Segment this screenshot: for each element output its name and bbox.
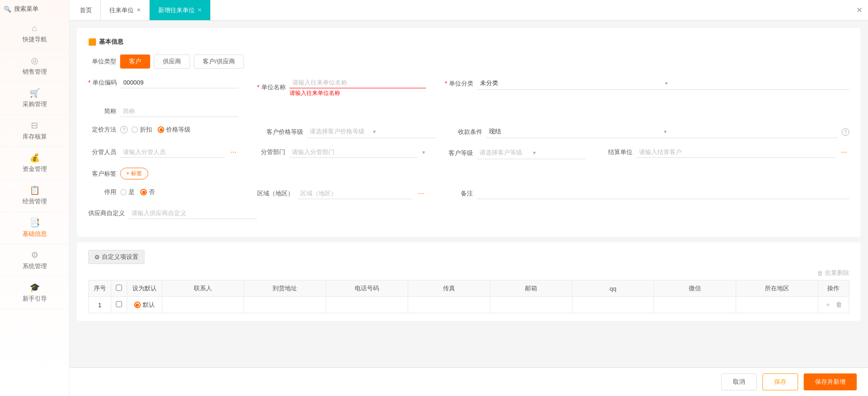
remark-group: 备注 [445, 188, 849, 199]
cell-fax[interactable] [408, 297, 490, 313]
unit-type-both-btn[interactable]: 客户/供应商 [194, 54, 244, 69]
sidebar-item-quick-nav[interactable]: ⌂ 快捷导航 [0, 18, 69, 50]
department-group: 分管部门 ▼ [257, 147, 426, 158]
custom-settings-button[interactable]: ⚙ 自定义项设置 [88, 250, 145, 264]
row-region-input[interactable] [741, 302, 813, 309]
qq-input[interactable] [577, 302, 649, 309]
disable-yes-radio[interactable] [120, 189, 127, 195]
section-icon: 🟧 [88, 38, 96, 46]
settlement-group: 结算单位 ··· [604, 147, 849, 158]
row-checkbox[interactable] [116, 301, 122, 307]
customer-price-level-select[interactable]: 请选择客户价格等级 ▼ [307, 125, 435, 138]
tab-bar-close-icon[interactable]: ✕ [856, 6, 862, 15]
sidebar-search-item[interactable]: 🔍 搜索菜单 [0, 0, 69, 18]
disable-no-radio[interactable] [140, 189, 147, 195]
cell-email[interactable] [490, 297, 572, 313]
pricing-help-icon[interactable]: ? [120, 126, 128, 133]
customer-price-level-group: 客户价格等级 请选择客户价格等级 ▼ [266, 125, 435, 138]
manager-label: 分管人员 [88, 148, 116, 156]
guide-icon: 🎓 [30, 282, 40, 293]
sidebar-item-purchase[interactable]: 🛒 采购管理 [0, 82, 69, 115]
cell-default[interactable]: 默认 [127, 297, 162, 313]
tab-partners[interactable]: 往来单位 ✕ [101, 0, 150, 20]
unit-category-select[interactable]: 未分类 ▼ [477, 77, 849, 90]
short-name-input[interactable] [120, 106, 238, 117]
default-radio[interactable] [134, 302, 141, 308]
col-select-all[interactable] [111, 280, 127, 297]
disable-no-option[interactable]: 否 [140, 188, 155, 196]
settlement-input[interactable] [636, 147, 836, 158]
department-input[interactable] [289, 147, 418, 158]
email-input[interactable] [495, 302, 567, 309]
remark-label: 备注 [445, 189, 473, 198]
address-input[interactable] [249, 302, 321, 309]
disable-row: 停用 是 否 区域（地区） [88, 188, 849, 199]
pricing-discount-radio[interactable] [131, 126, 138, 133]
customer-level-select[interactable]: 请选择客户等级 ▼ [477, 147, 586, 159]
save-button[interactable]: 保存 [762, 373, 798, 390]
cell-address[interactable] [244, 297, 326, 313]
save-new-button[interactable]: 保存并新增 [804, 373, 857, 390]
sidebar: 🔍 搜索菜单 ⌂ 快捷导航 ◎ 销售管理 🛒 采购管理 ⊟ 库存核算 💰 资金管… [0, 0, 69, 396]
add-tag-button[interactable]: + 标签 [120, 168, 148, 179]
unit-category-value: 未分类 [480, 79, 662, 87]
customer-level-label: 客户等级 [445, 149, 473, 157]
fax-input[interactable] [413, 302, 485, 309]
unit-type-supplier-btn[interactable]: 供应商 [154, 54, 190, 69]
region-input[interactable] [297, 188, 412, 199]
cancel-button[interactable]: 取消 [721, 373, 757, 390]
unit-type-customer-btn[interactable]: 客户 [120, 54, 150, 69]
sidebar-item-system[interactable]: ⚙ 系统管理 [0, 244, 69, 277]
manager-input[interactable] [120, 147, 225, 158]
pricing-price-level-radio[interactable] [158, 126, 164, 133]
tab-new-partner[interactable]: 新增往来单位 ✕ [150, 0, 211, 20]
unit-name-error: 请输入往来单位名称 [289, 89, 426, 97]
pricing-price-level-option[interactable]: 价格等级 [158, 125, 190, 134]
cell-contact[interactable] [162, 297, 244, 313]
contact-input[interactable] [167, 302, 239, 309]
sidebar-item-inventory[interactable]: ⊟ 库存核算 [0, 115, 69, 147]
phone-input[interactable] [331, 302, 403, 309]
add-row-icon[interactable]: ＋ [823, 301, 833, 308]
sidebar-item-operation[interactable]: 📋 经营管理 [0, 179, 69, 212]
tab-partners-close-icon[interactable]: ✕ [137, 7, 141, 13]
sidebar-item-guide[interactable]: 🎓 新手引导 [0, 277, 69, 309]
cell-qq[interactable] [572, 297, 654, 313]
finance-icon: 💰 [30, 153, 40, 163]
short-name-label: 简称 [88, 107, 116, 116]
payment-terms-help-icon[interactable]: ? [842, 128, 849, 136]
tab-home[interactable]: 首页 [71, 0, 101, 20]
sidebar-item-finance[interactable]: 💰 资金管理 [0, 147, 69, 179]
select-all-checkbox[interactable] [116, 285, 122, 291]
pricing-price-level-label: 价格等级 [166, 125, 190, 134]
region-dots-icon[interactable]: ··· [416, 189, 426, 198]
cell-wechat[interactable] [654, 297, 736, 313]
cell-phone[interactable] [326, 297, 408, 313]
supplier-custom-input[interactable] [129, 208, 257, 219]
col-wechat: 微信 [654, 280, 736, 297]
unit-code-group: 单位编码 [88, 77, 238, 88]
manager-dots-icon[interactable]: ··· [228, 148, 238, 156]
basic-info-card: 🟧 基本信息 单位类型 客户 供应商 客户/供应商 单位编码 [77, 28, 860, 237]
settlement-dots-icon[interactable]: ··· [839, 148, 849, 156]
sidebar-item-base[interactable]: 📑 基础信息 [0, 212, 69, 244]
default-radio-item[interactable]: 默认 [132, 301, 157, 309]
pricing-discount-option[interactable]: 折扣 [131, 125, 152, 134]
bulk-delete-label[interactable]: 批量删除 [825, 269, 849, 277]
payment-terms-select[interactable]: 现结 ▼ [486, 125, 838, 138]
remark-input[interactable] [477, 188, 849, 199]
wechat-input[interactable] [659, 302, 731, 309]
tab-new-partner-close-icon[interactable]: ✕ [198, 7, 202, 13]
disable-yes-option[interactable]: 是 [120, 188, 135, 196]
sidebar-item-sales[interactable]: ◎ 销售管理 [0, 50, 69, 82]
payment-terms-arrow-icon: ▼ [663, 129, 835, 134]
cell-checkbox[interactable] [111, 297, 127, 313]
delete-row-icon[interactable]: 🗑 [834, 301, 844, 308]
disable-label: 停用 [88, 188, 116, 196]
cell-region[interactable] [736, 297, 818, 313]
bulk-delete-icon: 🗑 [817, 270, 823, 277]
unit-name-input[interactable] [289, 77, 426, 88]
sidebar-label-inventory: 库存核算 [23, 132, 47, 141]
disable-yes-label: 是 [129, 188, 135, 196]
unit-code-input[interactable] [121, 77, 238, 88]
